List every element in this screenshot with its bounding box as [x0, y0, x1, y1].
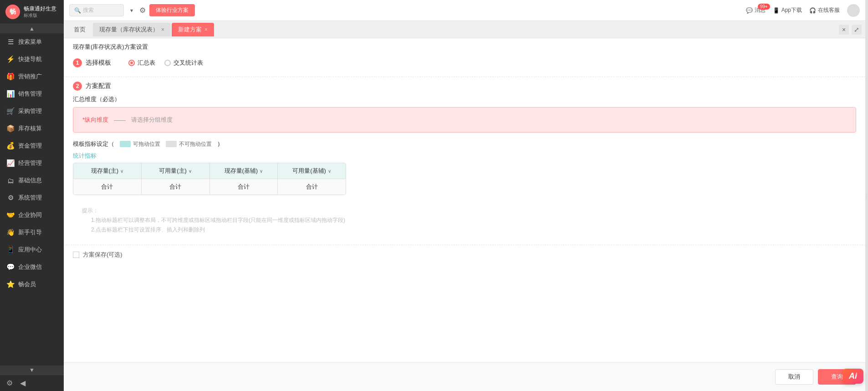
cancel-button[interactable]: 取消 [775, 369, 813, 385]
radio-summary-table[interactable]: 汇总表 [128, 59, 155, 67]
topbar: 🔍 搜索 ▾ ⚙ 体验行业方案 💬 消息 99+ 📱 App下载 🎧 在线客服 [64, 0, 865, 21]
dimension-section-label: 汇总维度（必选） [73, 95, 856, 103]
ai-badge[interactable]: Ai [842, 369, 863, 384]
dimension-separator: —— [114, 117, 126, 123]
stats-cell-0-2: 合计 [210, 179, 278, 195]
tips-title: 提示： [82, 207, 847, 215]
step2-badge: 2 [73, 82, 82, 91]
operations-icon: 📈 [6, 159, 15, 167]
stats-col-0[interactable]: 现存量(主) ∨ [73, 163, 142, 179]
topbar-search-box[interactable]: 🔍 搜索 [69, 4, 124, 16]
tab-new-plan[interactable]: 新建方案 × [172, 23, 214, 36]
expand-panel-button[interactable]: ⤢ [852, 25, 862, 35]
step1-title: 选择模板 [86, 59, 111, 67]
draggable-legend-item: 可拖动位置 [120, 140, 160, 148]
dimension-placeholder[interactable]: 请选择分组维度 [131, 116, 173, 124]
settings-bottom-icon[interactable]: ⚙ [6, 379, 13, 387]
col-arrow-0: ∨ [120, 169, 123, 174]
metrics-header: 模板指标设定（ 可拖动位置 不可拖动位置 ） [73, 140, 856, 148]
apps-icon: 📱 [6, 246, 15, 254]
sidebar-item-guide[interactable]: 👋 新手引导 [0, 224, 64, 241]
sidebar-item-sales[interactable]: 📊 销售管理 [0, 85, 64, 103]
trial-industry-button[interactable]: 体验行业方案 [149, 4, 195, 16]
topbar-dropdown[interactable]: ▾ [128, 6, 136, 15]
stats-col-3[interactable]: 可用量(基辅) ∨ [278, 163, 346, 179]
message-item[interactable]: 💬 消息 99+ [746, 6, 766, 14]
save-checkbox[interactable] [73, 252, 79, 258]
stats-table: 现存量(主) ∨ 可用量(主) ∨ 现存量(基辅) ∨ 可用量(基辅) ∨ [73, 163, 346, 195]
sidebar-item-member[interactable]: ⭐ 畅会员 [0, 276, 64, 293]
tab-inventory-close[interactable]: × [161, 26, 164, 33]
finance-icon: 💰 [6, 142, 15, 150]
tab-new-plan-close[interactable]: × [204, 26, 208, 33]
stats-cell-0-3: 合计 [278, 179, 346, 195]
dimension-box: *纵向维度 —— 请选择分组维度 [73, 107, 856, 133]
sidebar-item-wechat[interactable]: 💬 企业微信 [0, 258, 64, 276]
stats-col-2[interactable]: 现存量(基辅) ∨ [210, 163, 278, 179]
logo-text: 畅康通好生意 标准版 [24, 5, 56, 19]
message-icon: 💬 [746, 7, 753, 14]
vertical-dimension-label: *纵向维度 [82, 116, 108, 124]
app-download-item[interactable]: 📱 App下载 [773, 6, 802, 14]
app-download-icon: 📱 [773, 7, 780, 14]
sidebar: 畅 畅康通好生意 标准版 ▲ ☰ 搜索菜单 ⚡ 快捷导航 🎁 营销推广 📊 销售… [0, 0, 64, 391]
draggable-legend-box [120, 141, 131, 147]
right-resize-handle[interactable]: ⋮ [865, 0, 868, 391]
stats-table-header: 现存量(主) ∨ 可用量(主) ∨ 现存量(基辅) ∨ 可用量(基辅) ∨ [73, 163, 346, 179]
non-draggable-legend-box [166, 141, 177, 147]
sidebar-bottom: ⚙ ◀ [0, 375, 64, 391]
sidebar-item-operations[interactable]: 📈 经营管理 [0, 154, 64, 172]
radio-dot-summary [128, 60, 135, 66]
sidebar-item-marketing[interactable]: 🎁 营销推广 [0, 68, 64, 85]
footer: 取消 查询 [64, 362, 865, 391]
step2-title: 方案配置 [86, 82, 111, 90]
user-avatar[interactable] [847, 4, 860, 17]
sidebar-scroll-up[interactable]: ▲ [0, 24, 64, 33]
sidebar-item-quick-nav[interactable]: ⚡ 快捷导航 [0, 51, 64, 68]
tab-home[interactable]: 首页 [67, 23, 92, 36]
sidebar-item-purchase[interactable]: 🛒 采购管理 [0, 103, 64, 120]
inventory-icon: 📦 [6, 124, 15, 133]
step1-badge: 1 [73, 58, 82, 67]
stats-label: 统计指标 [73, 152, 856, 160]
search-menu-icon: ☰ [6, 38, 15, 46]
metrics-label-text: 模板指标设定（ [73, 140, 114, 148]
non-draggable-legend-item: 不可拖动位置 [166, 140, 212, 148]
indicator-legend: 可拖动位置 不可拖动位置 [120, 140, 212, 148]
sidebar-item-collab[interactable]: 🤝 企业协同 [0, 206, 64, 224]
panel-controls: × ⤢ [839, 25, 862, 35]
col-arrow-3: ∨ [328, 169, 331, 174]
page-title: 现存量(库存状况表)方案设置 [64, 38, 865, 54]
purchase-icon: 🛒 [6, 107, 15, 115]
quick-nav-icon: ⚡ [6, 55, 15, 63]
sidebar-nav: ☰ 搜索菜单 ⚡ 快捷导航 🎁 营销推广 📊 销售管理 🛒 采购管理 📦 库存核… [0, 33, 64, 365]
topbar-gear-icon[interactable]: ⚙ [139, 6, 146, 15]
main-area: 🔍 搜索 ▾ ⚙ 体验行业方案 💬 消息 99+ 📱 App下载 🎧 在线客服 … [64, 0, 865, 391]
sidebar-scroll-down[interactable]: ▼ [0, 365, 64, 375]
guide-icon: 👋 [6, 228, 15, 237]
wechat-icon: 💬 [6, 263, 15, 271]
radio-dot-cross [164, 60, 171, 66]
system-icon: ⚙ [6, 194, 15, 202]
sidebar-item-apps[interactable]: 📱 应用中心 [0, 241, 64, 258]
radio-cross-table[interactable]: 交叉统计表 [164, 59, 203, 67]
sales-icon: 📊 [6, 90, 15, 98]
sidebar-item-inventory[interactable]: 📦 库存核算 [0, 120, 64, 137]
tab-inventory-status[interactable]: 现存量（库存状况表） × [93, 23, 171, 36]
basic-info-icon: 🗂 [6, 177, 15, 185]
collapse-icon[interactable]: ◀ [20, 379, 26, 387]
member-icon: ⭐ [6, 280, 15, 288]
sidebar-item-system[interactable]: ⚙ 系统管理 [0, 189, 64, 206]
step2-section: 2 方案配置 汇总维度（必选） *纵向维度 —— 请选择分组维度 模板指标设定（ [64, 77, 865, 245]
close-panel-button[interactable]: × [839, 25, 849, 35]
online-service-item[interactable]: 🎧 在线客服 [809, 6, 840, 14]
marketing-icon: 🎁 [6, 72, 15, 81]
sidebar-item-basic-info[interactable]: 🗂 基础信息 [0, 172, 64, 189]
col-arrow-2: ∨ [260, 169, 263, 174]
sidebar-item-search[interactable]: ☰ 搜索菜单 [0, 33, 64, 51]
tips-section: 提示： 1.拖动标题栏可以调整布局，不可跨维度或指标区域拖动栏目字段(只能在同一… [73, 202, 856, 240]
sidebar-item-finance[interactable]: 💰 资金管理 [0, 137, 64, 154]
save-label: 方案保存(可选) [83, 251, 123, 259]
col-arrow-1: ∨ [189, 169, 192, 174]
stats-col-1[interactable]: 可用量(主) ∨ [142, 163, 210, 179]
